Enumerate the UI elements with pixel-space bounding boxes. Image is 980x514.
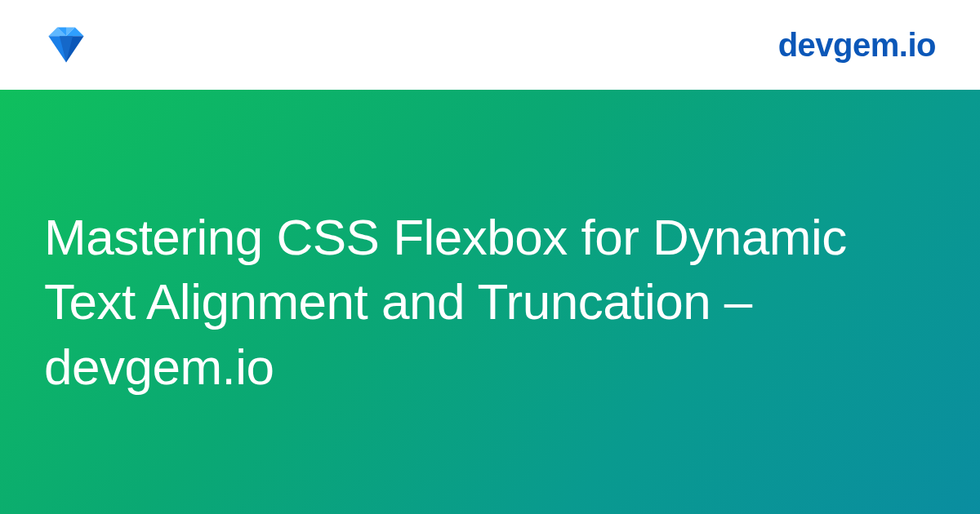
brand-text: devgem.io xyxy=(778,27,936,64)
page-title: Mastering CSS Flexbox for Dynamic Text A… xyxy=(44,205,910,399)
header: devgem.io xyxy=(0,0,980,90)
gem-icon xyxy=(44,23,88,67)
hero-banner: Mastering CSS Flexbox for Dynamic Text A… xyxy=(0,90,980,514)
